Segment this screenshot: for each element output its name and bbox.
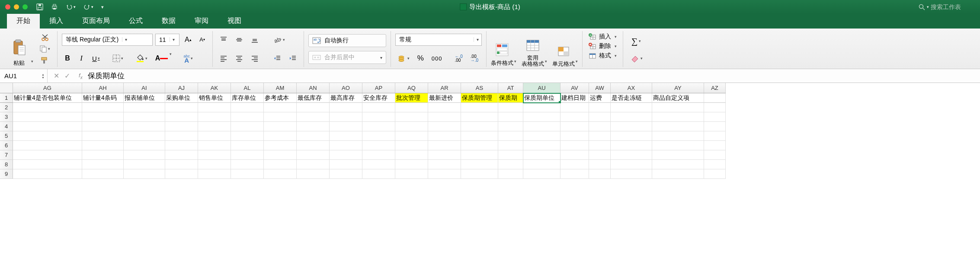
cell-AH8[interactable] (82, 160, 124, 169)
column-header-AY[interactable]: AY (652, 83, 704, 93)
format-as-table-dropdown[interactable]: ▾ (545, 59, 547, 64)
cell-AS1[interactable]: 保质期管理 (461, 93, 498, 103)
orientation-button[interactable]: ab▾ (271, 34, 288, 45)
cell-AX6[interactable] (611, 141, 652, 150)
tab-data[interactable]: 数据 (152, 13, 185, 29)
cell-AK1[interactable]: 销售单位 (198, 93, 231, 103)
cell-AW6[interactable] (589, 141, 611, 150)
cell-AG5[interactable] (13, 131, 82, 141)
cell-AW3[interactable] (589, 112, 611, 122)
cell-AO9[interactable] (330, 169, 362, 179)
cell-AQ3[interactable] (395, 112, 428, 122)
cell-AZ1[interactable] (704, 93, 726, 103)
cell-AU9[interactable] (523, 169, 560, 179)
column-header-AW[interactable]: AW (589, 83, 611, 93)
paste-button[interactable]: 粘贴 (8, 31, 30, 67)
tab-insert[interactable]: 插入 (40, 13, 73, 29)
cut-button[interactable] (37, 32, 53, 43)
zoom-window[interactable] (22, 4, 28, 10)
cell-AQ4[interactable] (395, 122, 428, 131)
cell-AN4[interactable] (297, 122, 330, 131)
cell-AR3[interactable] (428, 112, 461, 122)
cell-AH1[interactable]: 辅计量4条码 (82, 93, 124, 103)
column-header-AH[interactable]: AH (82, 83, 124, 93)
cell-AT5[interactable] (498, 131, 523, 141)
cell-AR7[interactable] (428, 150, 461, 160)
cell-AW2[interactable] (589, 103, 611, 112)
save-icon[interactable] (36, 3, 43, 10)
cell-AJ8[interactable] (165, 160, 198, 169)
cell-AZ9[interactable] (704, 169, 726, 179)
cell-AL3[interactable] (231, 112, 264, 122)
cell-AM2[interactable] (264, 103, 297, 112)
column-header-AV[interactable]: AV (560, 83, 589, 93)
cell-AG7[interactable] (13, 150, 82, 160)
cell-AY1[interactable]: 商品自定义项 (652, 93, 704, 103)
cell-AV7[interactable] (560, 150, 589, 160)
align-center-button[interactable] (233, 53, 246, 64)
cell-AI3[interactable] (124, 112, 165, 122)
number-format-dropdown[interactable]: 常规▾ (395, 34, 482, 46)
cell-AZ8[interactable] (704, 160, 726, 169)
cell-AX9[interactable] (611, 169, 652, 179)
cell-AO6[interactable] (330, 141, 362, 150)
cell-AU5[interactable] (523, 131, 560, 141)
cell-AW7[interactable] (589, 150, 611, 160)
cell-AT1[interactable]: 保质期 (498, 93, 523, 103)
cell-AT8[interactable] (498, 160, 523, 169)
cell-AI8[interactable] (124, 160, 165, 169)
format-painter-button[interactable] (37, 55, 53, 66)
cell-AK8[interactable] (198, 160, 231, 169)
cell-AT3[interactable] (498, 112, 523, 122)
cell-AG9[interactable] (13, 169, 82, 179)
cell-styles-button[interactable]: 单元格式 (552, 31, 575, 67)
cell-AN6[interactable] (297, 141, 330, 150)
cell-AR5[interactable] (428, 131, 461, 141)
align-middle-button[interactable] (233, 34, 246, 45)
cells-grid[interactable]: 辅计量4是否包装单位辅计量4条码报表辅单位采购单位销售单位库存单位参考成本最低库… (13, 93, 980, 179)
column-header-AR[interactable]: AR (428, 83, 461, 93)
cell-AZ6[interactable] (704, 141, 726, 150)
cell-AS7[interactable] (461, 150, 498, 160)
cell-AI6[interactable] (124, 141, 165, 150)
search-sheet[interactable]: ▾ (919, 3, 974, 10)
customize-qat[interactable]: ▾ (101, 4, 104, 10)
column-header-AX[interactable]: AX (611, 83, 652, 93)
cell-AX5[interactable] (611, 131, 652, 141)
cell-AY8[interactable] (652, 160, 704, 169)
borders-button[interactable]: ▾ (110, 53, 126, 64)
column-header-AP[interactable]: AP (362, 83, 395, 93)
cell-AG6[interactable] (13, 141, 82, 150)
column-header-AU[interactable]: AU (523, 83, 560, 93)
increase-decimal-button[interactable]: ←.0.00 (452, 53, 465, 64)
increase-indent-button[interactable] (286, 53, 299, 64)
paste-dropdown[interactable]: ▾ (31, 59, 33, 64)
cell-AL7[interactable] (231, 150, 264, 160)
cell-AV8[interactable] (560, 160, 589, 169)
column-header-AZ[interactable]: AZ (704, 83, 726, 93)
cell-AW8[interactable] (589, 160, 611, 169)
cell-AI7[interactable] (124, 150, 165, 160)
cell-AM1[interactable]: 参考成本 (264, 93, 297, 103)
cell-AL6[interactable] (231, 141, 264, 150)
font-color-button[interactable]: A▾ (153, 53, 174, 64)
decrease-indent-button[interactable] (271, 53, 284, 64)
cell-AS4[interactable] (461, 122, 498, 131)
cell-AN2[interactable] (297, 103, 330, 112)
cell-AR8[interactable] (428, 160, 461, 169)
format-as-table-button[interactable]: 套用 表格格式 (522, 31, 544, 67)
cell-AY6[interactable] (652, 141, 704, 150)
underline-button[interactable]: U▾ (90, 53, 102, 64)
column-header-AM[interactable]: AM (264, 83, 297, 93)
conditional-formatting-button[interactable]: 条件格式 (491, 31, 513, 67)
merge-center-button[interactable]: 合并后居中 ▾ (308, 51, 386, 64)
cell-AH4[interactable] (82, 122, 124, 131)
cell-AN5[interactable] (297, 131, 330, 141)
cell-AX4[interactable] (611, 122, 652, 131)
increase-font-button[interactable]: A▴ (182, 34, 194, 45)
cell-AN1[interactable]: 最低库存 (297, 93, 330, 103)
cell-AY2[interactable] (652, 103, 704, 112)
row-header-6[interactable]: 6 (0, 141, 13, 150)
cell-AK2[interactable] (198, 103, 231, 112)
delete-cells-button[interactable]: 删除▾ (587, 41, 618, 51)
